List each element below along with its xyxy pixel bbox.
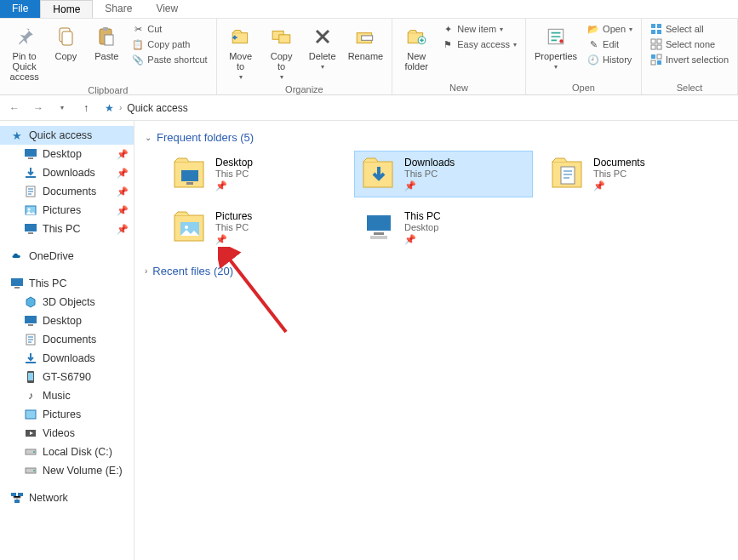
chevron-down-icon: ▾: [500, 26, 503, 33]
easy-access-button[interactable]: ⚑ Easy access ▾: [438, 37, 520, 51]
sidebar-desktop-2[interactable]: Desktop: [0, 311, 134, 330]
pin-icon: 📌: [215, 180, 253, 191]
folder-icon: [551, 157, 585, 191]
folder-tile-desktop[interactable]: DesktopThis PC📌: [165, 151, 344, 197]
tab-file[interactable]: File: [0, 0, 40, 18]
svg-rect-33: [28, 232, 33, 234]
frequent-folders-header[interactable]: ⌄ Frequent folders (5): [145, 131, 728, 144]
sidebar-this-pc[interactable]: This PC: [0, 274, 134, 293]
folder-location: This PC: [593, 169, 645, 179]
move-to-button[interactable]: Move to ▾: [222, 22, 260, 83]
recent-files-header[interactable]: › Recent files (20): [145, 265, 728, 277]
quick-access-star-icon: ★: [10, 129, 24, 142]
svg-rect-17: [657, 30, 661, 34]
downloads-icon: [24, 166, 37, 180]
svg-rect-23: [657, 54, 661, 59]
up-button[interactable]: ↑: [77, 99, 95, 117]
back-button[interactable]: ←: [5, 99, 24, 117]
sidebar-3d-objects[interactable]: 3D Objects: [0, 293, 134, 311]
svg-rect-15: [657, 24, 661, 28]
easy-access-icon: ⚑: [442, 38, 454, 50]
breadcrumb-separator-icon: ›: [119, 103, 122, 112]
sidebar-music[interactable]: ♪ Music: [0, 386, 134, 405]
new-item-button[interactable]: ✦ New item ▾: [438, 22, 520, 36]
pin-icon: 📌: [404, 180, 455, 191]
paste-button[interactable]: Paste: [88, 22, 125, 63]
music-icon: ♪: [24, 389, 37, 403]
folder-name: Desktop: [215, 157, 253, 169]
sidebar-gts6790[interactable]: GT-S6790: [0, 368, 134, 386]
sidebar-pictures[interactable]: Pictures 📌: [0, 201, 134, 220]
sidebar-this-pc-pinned[interactable]: This PC 📌: [0, 220, 134, 238]
folder-tile-pictures[interactable]: PicturesThis PC📌: [165, 204, 344, 251]
tab-home[interactable]: Home: [40, 0, 93, 18]
breadcrumb[interactable]: ★ › Quick access: [100, 100, 733, 117]
pin-to-quick-access-button[interactable]: Pin to Quick access: [5, 22, 43, 83]
new-folder-icon: [403, 24, 429, 49]
pin-icon: 📌: [593, 180, 645, 191]
paste-shortcut-button[interactable]: 📎 Paste shortcut: [129, 53, 210, 66]
annotation-arrow: [218, 247, 295, 340]
select-all-icon: [650, 23, 662, 35]
select-none-button[interactable]: Select none: [647, 37, 732, 51]
copy-to-icon: [269, 24, 295, 49]
tab-view[interactable]: View: [144, 0, 190, 18]
svg-rect-36: [25, 316, 37, 323]
delete-icon: [310, 24, 335, 49]
select-all-button[interactable]: Select all: [647, 22, 732, 36]
sidebar-quick-access[interactable]: ★ Quick access: [0, 126, 134, 145]
history-button[interactable]: 🕘 History: [584, 53, 636, 66]
copy-icon: [53, 24, 78, 49]
folder-tile-documents[interactable]: DocumentsThis PC📌: [543, 151, 722, 197]
pin-icon: 📌: [117, 205, 129, 216]
delete-button[interactable]: Delete ▾: [304, 22, 341, 72]
folder-location: Desktop: [404, 222, 441, 232]
navigation-pane: ★ Quick access Desktop 📌 Downloads 📌 Doc…: [0, 121, 134, 560]
chevron-down-icon: ▾: [239, 73, 243, 81]
address-bar: ← → ▾ ↑ ★ › Quick access: [0, 95, 738, 121]
sidebar-videos[interactable]: Videos: [0, 424, 134, 443]
sidebar-documents-2[interactable]: Documents: [0, 330, 134, 349]
pictures-icon: [24, 203, 37, 217]
svg-rect-27: [28, 157, 33, 159]
sidebar-onedrive[interactable]: OneDrive: [0, 247, 134, 266]
new-folder-button[interactable]: New folder: [398, 22, 435, 73]
sidebar-downloads[interactable]: Downloads 📌: [0, 163, 134, 182]
properties-button[interactable]: Properties ▾: [531, 22, 581, 72]
copy-button[interactable]: Copy: [47, 22, 84, 63]
copy-to-button[interactable]: Copy to ▾: [263, 22, 300, 83]
open-button[interactable]: 📂 Open ▾: [584, 22, 636, 36]
folder-icon: [173, 157, 207, 191]
recent-locations-button[interactable]: ▾: [53, 99, 72, 117]
pin-icon: [12, 24, 37, 49]
sidebar-network[interactable]: Network: [0, 489, 134, 507]
pin-icon: 📌: [215, 234, 252, 245]
copy-path-button[interactable]: 📋 Copy path: [129, 37, 210, 51]
invert-selection-button[interactable]: Invert selection: [647, 53, 732, 66]
sidebar-pictures-2[interactable]: Pictures: [0, 405, 134, 424]
sidebar-new-volume-e[interactable]: New Volume (E:): [0, 461, 134, 480]
svg-rect-22: [651, 54, 655, 59]
forward-button[interactable]: →: [29, 99, 48, 117]
sidebar-documents[interactable]: Documents 📌: [0, 182, 134, 201]
cut-button[interactable]: ✂ Cut: [129, 22, 210, 36]
folder-tile-this-pc[interactable]: This PCDesktop📌: [354, 204, 533, 251]
svg-rect-28: [26, 176, 36, 178]
tab-share[interactable]: Share: [93, 0, 144, 18]
invert-selection-icon: [650, 54, 662, 66]
pin-icon: 📌: [117, 168, 129, 179]
svg-rect-3: [103, 27, 108, 31]
rename-button[interactable]: Rename: [345, 22, 387, 63]
folder-tile-downloads[interactable]: DownloadsThis PC📌: [354, 151, 533, 197]
sidebar-downloads-2[interactable]: Downloads: [0, 349, 134, 368]
paste-shortcut-icon: 📎: [132, 54, 144, 66]
disk-icon: [24, 464, 37, 477]
svg-rect-41: [28, 373, 33, 380]
sidebar-local-disk-c[interactable]: Local Disk (C:): [0, 443, 134, 461]
svg-rect-7: [278, 35, 289, 43]
select-none-icon: [650, 38, 662, 50]
content-pane: ⌄ Frequent folders (5) DesktopThis PC📌Do…: [134, 121, 738, 560]
sidebar-desktop[interactable]: Desktop 📌: [0, 145, 134, 163]
edit-button[interactable]: ✎ Edit: [584, 37, 636, 51]
svg-rect-20: [651, 45, 655, 49]
